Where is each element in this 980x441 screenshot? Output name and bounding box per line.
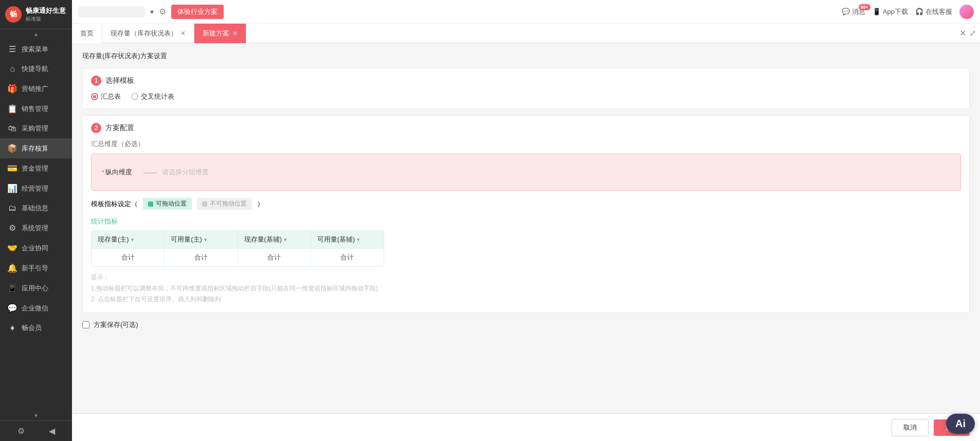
sidebar-item-label: 基础信息 bbox=[22, 204, 48, 213]
marketing-icon: 🎁 bbox=[7, 84, 17, 94]
sidebar-item-finance[interactable]: 💳 资金管理 bbox=[0, 158, 72, 178]
sidebar-item-quick-nav[interactable]: ⌂ 快捷导航 bbox=[0, 59, 72, 79]
sidebar-item-label: 快捷导航 bbox=[22, 64, 48, 74]
tips-area: 提示： 1.拖动标题栏可以调整布局，不可跨维度或指标区域拖动栏目字段(只能在同一… bbox=[91, 272, 961, 305]
chevron-down-icon-3: ▾ bbox=[357, 236, 360, 243]
tab-new-scheme-close[interactable]: ✕ bbox=[232, 30, 238, 37]
topbar-left: ▾ ⚙ 体验行业方案 bbox=[78, 5, 224, 19]
sidebar-item-operations[interactable]: 📊 经营管理 bbox=[0, 178, 72, 198]
dropdown-icon[interactable]: ▾ bbox=[150, 8, 154, 16]
main-area: ▾ ⚙ 体验行业方案 💬 消息 99+ 📱 App下载 🎧 在线客服 首页 bbox=[72, 0, 980, 441]
sidebar-item-search-menu[interactable]: ☰ 搜索菜单 bbox=[0, 39, 72, 59]
stats-section-label: 统计指标 bbox=[91, 217, 961, 226]
col-header-2[interactable]: 现存量(基辅) ▾ bbox=[238, 231, 311, 248]
radio-summary[interactable]: 汇总表 bbox=[91, 92, 121, 101]
sidebar-item-enterprise[interactable]: 🤝 企业协同 bbox=[0, 238, 72, 258]
sidebar-scroll-up[interactable]: ▲ bbox=[0, 29, 72, 39]
cancel-button[interactable]: 取消 bbox=[892, 419, 929, 436]
sidebar-item-label: 经营管理 bbox=[22, 184, 48, 193]
step2-card: 2 方案配置 汇总维度（必选） * 纵向维度 —— 请选择分组维度 模板指标设定… bbox=[82, 115, 970, 313]
save-label: 方案保存(可选) bbox=[94, 320, 138, 329]
cell-0: 合计 bbox=[92, 249, 165, 266]
step2-header: 2 方案配置 bbox=[91, 123, 961, 133]
avatar[interactable] bbox=[959, 5, 974, 19]
sidebar-item-app-center[interactable]: 📱 应用中心 bbox=[0, 278, 72, 298]
tabs-right: ✕ ⤢ bbox=[959, 28, 980, 38]
tab-home-label: 首页 bbox=[80, 29, 94, 38]
quick-nav-icon: ⌂ bbox=[7, 64, 17, 74]
cell-1: 合计 bbox=[165, 249, 238, 266]
cell-2: 合计 bbox=[238, 249, 311, 266]
save-checkbox[interactable] bbox=[82, 321, 89, 328]
sidebar-item-inventory[interactable]: 📦 库存核算 bbox=[0, 138, 72, 158]
template-radio-group: 汇总表 交叉统计表 bbox=[91, 92, 961, 101]
settings-icon[interactable]: ⚙ bbox=[17, 426, 25, 436]
col-header-0[interactable]: 现存量(主) ▾ bbox=[92, 231, 165, 248]
industry-btn[interactable]: 体验行业方案 bbox=[171, 5, 224, 19]
col-header-3[interactable]: 可用量(基辅) ▾ bbox=[311, 231, 384, 248]
radio-summary-label: 汇总表 bbox=[101, 92, 121, 101]
col-label-0: 现存量(主) bbox=[98, 235, 129, 244]
tab-inventory-status[interactable]: 现存量（库存状况表） ✕ bbox=[102, 24, 194, 43]
radio-cross-dot bbox=[131, 93, 138, 100]
app-download-btn[interactable]: 📱 App下载 bbox=[873, 7, 908, 16]
topbar-right: 💬 消息 99+ 📱 App下载 🎧 在线客服 bbox=[842, 5, 974, 19]
messages-btn[interactable]: 💬 消息 99+ bbox=[842, 7, 865, 16]
tip-0: 1.拖动标题栏可以调整布局，不可跨维度或指标区域拖动栏目字段(只能在同一维度或指… bbox=[91, 283, 961, 295]
online-service-btn[interactable]: 🎧 在线客服 bbox=[915, 7, 952, 16]
radio-cross[interactable]: 交叉统计表 bbox=[131, 92, 174, 101]
required-star: * bbox=[102, 169, 104, 176]
stats-table: 现存量(主) ▾ 可用量(主) ▾ 现存量(基辅) ▾ 可用量(基辅) bbox=[91, 230, 384, 267]
sidebar-item-system[interactable]: ⚙ 系统管理 bbox=[0, 218, 72, 238]
col-label-2: 现存量(基辅) bbox=[244, 235, 282, 244]
radio-summary-dot bbox=[91, 93, 98, 100]
app-center-icon: 📱 bbox=[7, 283, 17, 293]
sidebar-item-newbie[interactable]: 🔔 新手引导 bbox=[0, 258, 72, 278]
tab-inventory-close[interactable]: ✕ bbox=[180, 30, 186, 37]
app-name: 畅康通好生意 bbox=[26, 6, 66, 15]
chevron-down-icon-1: ▾ bbox=[204, 236, 207, 243]
sidebar-scroll-down[interactable]: ▼ bbox=[0, 411, 72, 420]
search-menu-icon: ☰ bbox=[7, 44, 17, 54]
purchase-icon: 🛍 bbox=[7, 124, 17, 133]
gear-icon[interactable]: ⚙ bbox=[159, 7, 166, 16]
base-info-icon: 🗂 bbox=[7, 204, 17, 213]
tab-home[interactable]: 首页 bbox=[72, 24, 102, 43]
indicators-row: 模板指标设定（ 可拖动位置 不可拖动位置 ） bbox=[91, 198, 961, 210]
sidebar-item-vip[interactable]: ♦ 畅会员 bbox=[0, 318, 72, 338]
cell-3: 合计 bbox=[311, 249, 384, 266]
sidebar: 畅 畅康通好生意 标准版 ▲ ☰ 搜索菜单 ⌂ 快捷导航 🎁 营销推广 📋 销售… bbox=[0, 0, 72, 441]
sidebar-item-label: 畅会员 bbox=[22, 323, 42, 333]
ai-bubble[interactable]: Ai bbox=[946, 414, 975, 434]
search-input[interactable] bbox=[78, 6, 145, 17]
sidebar-item-label: 企业微信 bbox=[22, 304, 48, 313]
sidebar-item-label: 营销推广 bbox=[22, 84, 48, 94]
sidebar-item-base-info[interactable]: 🗂 基础信息 bbox=[0, 198, 72, 218]
tab-close-btn[interactable]: ✕ bbox=[959, 28, 966, 38]
finance-icon: 💳 bbox=[7, 163, 17, 173]
sidebar-footer: ⚙ ◀ bbox=[0, 420, 72, 441]
collapse-icon[interactable]: ◀ bbox=[49, 426, 55, 436]
tab-new-scheme[interactable]: 新建方案 ✕ bbox=[194, 24, 246, 43]
chevron-down-icon-2: ▾ bbox=[284, 236, 287, 243]
step1-title: 选择模板 bbox=[105, 76, 134, 85]
sidebar-item-label: 搜索菜单 bbox=[22, 45, 48, 54]
app-title-wrap: 畅康通好生意 标准版 bbox=[26, 6, 66, 23]
col-header-1[interactable]: 可用量(主) ▾ bbox=[165, 231, 238, 248]
operations-icon: 📊 bbox=[7, 183, 17, 193]
tab-expand-btn[interactable]: ⤢ bbox=[969, 28, 976, 38]
step1-header: 1 选择模板 bbox=[91, 76, 961, 86]
step2-badge: 2 bbox=[91, 123, 101, 133]
step2-title: 方案配置 bbox=[105, 123, 134, 133]
sidebar-item-marketing[interactable]: 🎁 营销推广 bbox=[0, 79, 72, 99]
sidebar-item-sales[interactable]: 📋 销售管理 bbox=[0, 99, 72, 119]
messages-badge: 99+ bbox=[859, 4, 870, 10]
page-title: 现存量(库存状况表)方案设置 bbox=[82, 51, 970, 61]
stats-section: 统计指标 现存量(主) ▾ 可用量(主) ▾ 现存量(基辅) bbox=[91, 217, 961, 267]
tip-label: 提示： bbox=[91, 272, 961, 283]
sidebar-item-label: 库存核算 bbox=[22, 144, 48, 153]
enterprise-icon: 🤝 bbox=[7, 243, 17, 253]
topbar: ▾ ⚙ 体验行业方案 💬 消息 99+ 📱 App下载 🎧 在线客服 bbox=[72, 0, 980, 24]
sidebar-item-purchase[interactable]: 🛍 采购管理 bbox=[0, 119, 72, 138]
sidebar-item-wechat[interactable]: 💬 企业微信 bbox=[0, 298, 72, 318]
